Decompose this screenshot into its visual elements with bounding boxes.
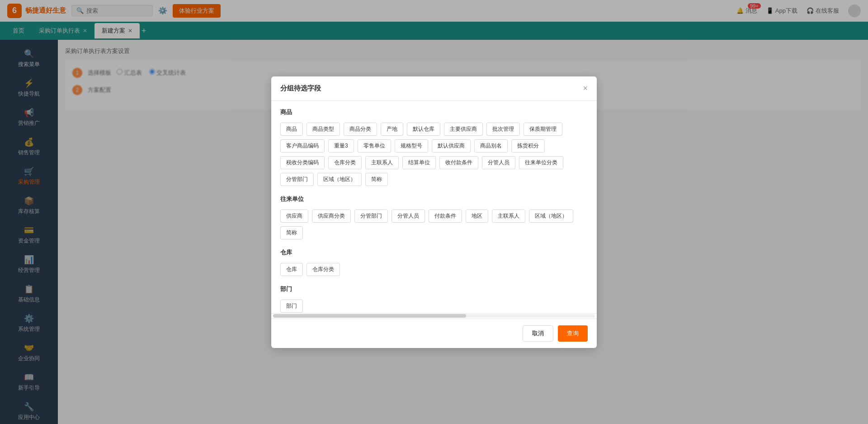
section-goods-title: 商品 — [280, 108, 588, 118]
field-tag[interactable]: 供应商分类 — [312, 210, 351, 223]
modal-horizontal-scrollbar[interactable] — [271, 313, 597, 319]
confirm-button[interactable]: 查询 — [558, 325, 588, 342]
field-tag[interactable]: 默认仓库 — [407, 123, 440, 136]
field-tag[interactable]: 简称 — [280, 226, 303, 239]
field-tag[interactable]: 区域（地区） — [529, 210, 573, 223]
section-department: 部门 部门 — [280, 285, 588, 313]
modal-title: 分组待选字段 — [280, 84, 321, 93]
field-tag[interactable]: 仓库分类 — [307, 263, 340, 276]
section-warehouse-title: 仓库 — [280, 248, 588, 258]
field-tag[interactable]: 商品别名 — [474, 139, 508, 152]
field-tag[interactable]: 部门 — [280, 300, 303, 313]
field-tag[interactable]: 供应商 — [280, 210, 308, 223]
field-tag[interactable]: 保质期管理 — [524, 123, 562, 136]
partner-field-tags: 供应商 供应商分类 分管部门 分管人员 付款条件 地区 主联系人 区域（地区） … — [280, 210, 588, 239]
field-tag[interactable]: 分管部门 — [354, 210, 388, 223]
field-tag[interactable]: 拣货积分 — [511, 139, 545, 152]
field-tag[interactable]: 往来单位分类 — [519, 156, 563, 169]
field-tag[interactable]: 客户商品编码 — [280, 139, 325, 152]
section-partner: 往来单位 供应商 供应商分类 分管部门 分管人员 付款条件 地区 主联系人 区域… — [280, 195, 588, 239]
h-scrollbar-track — [273, 314, 595, 318]
section-department-title: 部门 — [280, 285, 588, 295]
field-tag[interactable]: 零售单位 — [358, 139, 391, 152]
goods-field-tags: 商品 商品类型 商品分类 产地 默认仓库 主要供应商 批次管理 保质期管理 客户… — [280, 123, 588, 186]
field-tag[interactable]: 结算单位 — [402, 156, 436, 169]
modal: 分组待选字段 × 商品 商品 商品类型 商品分类 产地 默认仓库 主要供应商 批… — [271, 76, 597, 348]
field-tag[interactable]: 分管人员 — [392, 210, 425, 223]
field-tag[interactable]: 分管部门 — [280, 173, 314, 186]
field-tag[interactable]: 主要供应商 — [444, 123, 483, 136]
field-tag[interactable]: 商品类型 — [307, 123, 340, 136]
field-tag[interactable]: 商品 — [280, 123, 303, 136]
field-tag[interactable]: 收付款条件 — [439, 156, 478, 169]
field-tag[interactable]: 主联系人 — [492, 210, 525, 223]
field-tag[interactable]: 税收分类编码 — [280, 156, 325, 169]
h-scrollbar-thumb[interactable] — [273, 314, 466, 318]
field-tag[interactable]: 产地 — [381, 123, 403, 136]
section-partner-title: 往来单位 — [280, 195, 588, 205]
modal-close-button[interactable]: × — [583, 84, 588, 93]
field-tag[interactable]: 重量3 — [328, 139, 354, 152]
warehouse-field-tags: 仓库 仓库分类 — [280, 263, 588, 276]
field-tag[interactable]: 规格型号 — [395, 139, 428, 152]
field-tag[interactable]: 地区 — [466, 210, 488, 223]
modal-footer: 取消 查询 — [271, 319, 597, 348]
cancel-button[interactable]: 取消 — [523, 325, 553, 342]
field-tag[interactable]: 区域（地区） — [317, 173, 362, 186]
modal-header: 分组待选字段 × — [271, 76, 597, 101]
modal-body: 商品 商品 商品类型 商品分类 产地 默认仓库 主要供应商 批次管理 保质期管理… — [271, 101, 597, 313]
field-tag[interactable]: 仓库 — [280, 263, 303, 276]
field-tag[interactable]: 分管人员 — [482, 156, 515, 169]
field-tag[interactable]: 仓库分类 — [328, 156, 362, 169]
field-tag[interactable]: 简称 — [365, 173, 388, 186]
section-warehouse: 仓库 仓库 仓库分类 — [280, 248, 588, 276]
department-field-tags: 部门 — [280, 300, 588, 313]
field-tag[interactable]: 付款条件 — [429, 210, 462, 223]
field-tag[interactable]: 商品分类 — [344, 123, 377, 136]
field-tag[interactable]: 默认供应商 — [432, 139, 471, 152]
field-tag[interactable]: 批次管理 — [486, 123, 520, 136]
field-tag[interactable]: 主联系人 — [365, 156, 399, 169]
modal-overlay: 分组待选字段 × 商品 商品 商品类型 商品分类 产地 默认仓库 主要供应商 批… — [0, 0, 868, 424]
section-goods: 商品 商品 商品类型 商品分类 产地 默认仓库 主要供应商 批次管理 保质期管理… — [280, 108, 588, 186]
